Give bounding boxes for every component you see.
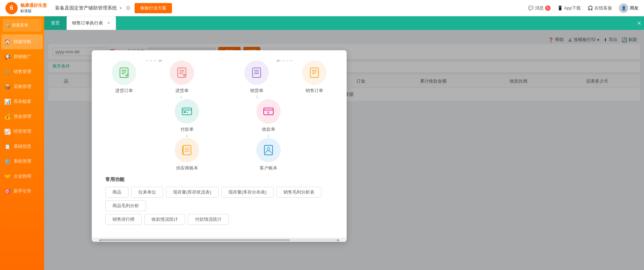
marketing-icon: 📢 (4, 53, 11, 60)
tab-home[interactable]: 首页 (44, 16, 67, 30)
flow-modal: 进货订单 进货单 (92, 50, 347, 242)
sidebar-item-quick-nav[interactable]: 🏠 快捷导航 (1, 34, 43, 49)
avatar: 👤 (619, 3, 628, 13)
cf-btn-product-profit[interactable]: 商品毛利分析 (105, 200, 146, 211)
common-functions: 常用功能 商品 往来单位 现存量(库存状况表) 现存量(库存分布表) 销售毛利分… (105, 177, 333, 225)
v-arrow-gap1 (143, 94, 162, 99)
sidebar-item-purchase[interactable]: 📦 采购管理 (1, 79, 43, 94)
sidebar-label-purchase: 采购管理 (14, 84, 31, 90)
sidebar-label-system: 系统管理 (14, 158, 31, 164)
purchase-order-circle (112, 60, 136, 85)
page-content: ❓ 帮助 🖨 按模板打印 ▾ ⬆ 导出 🔄 刷新 (44, 30, 644, 270)
header-right: 💬 消息 5 📱 App下载 🎧 在线客服 👤 用友 (528, 3, 639, 13)
sidebar-label-enterprise: 企业协同 (14, 173, 31, 179)
sidebar-label-quick-nav: 快捷导航 (14, 39, 31, 45)
sidebar-item-basic-info[interactable]: 📋 基础信息 (1, 139, 43, 154)
sales-icon: 🛒 (4, 68, 11, 75)
online-service-item[interactable]: 🎧 在线客服 (588, 5, 612, 11)
main-layout: 🔍 搜索菜单 🏠 快捷导航 📢 营销推广 🛒 销售管理 📦 采购管理 📊 库存核… (0, 16, 644, 270)
scrollbar-thumb[interactable] (101, 239, 290, 241)
sale-order-circle (302, 60, 327, 85)
sale-bill-label: 销货单 (250, 88, 263, 94)
sidebar-label-guide: 新手引导 (14, 188, 31, 194)
sidebar-item-enterprise[interactable]: 🤝 企业协同 (1, 169, 43, 184)
brand-edition: 标准版 (20, 8, 47, 13)
message-item[interactable]: 💬 消息 5 (528, 5, 551, 11)
cf-btn-sales-rank[interactable]: 销售排行榜 (105, 214, 142, 225)
common-functions-title: 常用功能 (105, 177, 333, 183)
flow-node-sale-bill[interactable]: 销货单 (238, 60, 275, 94)
v-arrow-purchase-bill: ↓ (162, 94, 201, 99)
logo-icon: 6 (5, 2, 18, 14)
sidebar-item-inventory[interactable]: 📊 库存核算 (1, 94, 43, 109)
finance-icon: 💰 (4, 113, 11, 120)
cf-btn-stock-dist[interactable]: 现存量(库存分布表) (221, 187, 274, 198)
scroll-right-icon[interactable]: ▶ (337, 238, 340, 242)
cf-btn-products[interactable]: 商品 (105, 187, 128, 198)
purchase-bill-label: 进货单 (175, 88, 189, 94)
online-service-label: 在线客服 (594, 5, 612, 11)
flow-row-1: 进货订单 进货单 (105, 60, 333, 94)
user-area[interactable]: 👤 用友 (619, 3, 639, 13)
supplier-ledger-circle (175, 138, 199, 162)
system-icon: ⚙️ (4, 158, 11, 165)
svg-rect-0 (120, 68, 128, 77)
scroll-left-icon[interactable]: ◀ (99, 238, 101, 242)
sidebar: 🔍 搜索菜单 🏠 快捷导航 📢 营销推广 🛒 销售管理 📦 采购管理 📊 库存核… (0, 16, 44, 270)
v2-spacer1 (105, 132, 167, 138)
content-area: 首页 销售订单执行表 ✕ ✕ ❓ 帮助 🖨 按模板打印 ▾ (44, 16, 644, 270)
trial-button[interactable]: 体验行业方案 (135, 3, 172, 13)
flow-node-payment[interactable]: ¥ 付款单 (167, 99, 207, 132)
tab-bar-close-icon[interactable]: ✕ (637, 20, 641, 26)
v-arrow-sale-bill: ↓ (238, 94, 276, 99)
flow-v-arrows-row: ↓ ↓ (105, 94, 333, 99)
settings-icon[interactable]: ⚙ (126, 5, 130, 11)
arrow-purchase-order-to-bill (143, 60, 163, 61)
sidebar-item-guide[interactable]: 🎯 新手引导 (1, 184, 43, 199)
cf-btn-payment-stats[interactable]: 付款情况统计 (188, 214, 229, 225)
customer-ledger-label: 客户账本 (260, 165, 277, 171)
modal-overlay: 进货订单 进货单 (44, 30, 644, 270)
receipt-circle: ¥ (256, 99, 281, 124)
svg-point-31 (267, 147, 270, 150)
operation-icon: 📈 (4, 128, 11, 135)
cf-btn-receipt-stats[interactable]: 收款情况统计 (144, 214, 185, 225)
arrow-sale-order-to-bill (275, 60, 296, 61)
message-icon: 💬 (528, 5, 534, 11)
flow-node-customer-ledger[interactable]: 客户账本 (248, 138, 289, 171)
search-menu[interactable]: 🔍 搜索菜单 (3, 19, 41, 32)
logo-area: 6 畅康通好生意 标准版 (5, 2, 50, 14)
headset-icon: 🎧 (588, 5, 593, 11)
sidebar-item-finance[interactable]: 💰 资金管理 (1, 109, 43, 124)
system-title-area: 装备及固定资产辅助管理系统 ▾ ⚙ (50, 5, 130, 11)
tab-sales-order-label: 销售订单执行表 (72, 20, 103, 26)
dropdown-arrow-icon[interactable]: ▾ (120, 6, 122, 11)
system-title: 装备及固定资产辅助管理系统 (55, 5, 117, 11)
message-badge: 5 (545, 5, 551, 11)
scrollbar-track (101, 239, 337, 241)
tab-close-icon[interactable]: ✕ (107, 21, 110, 25)
modal-scrollbar: ◀ ▶ (92, 238, 347, 242)
sidebar-item-sales[interactable]: 🛒 销售管理 (1, 64, 43, 79)
sidebar-label-finance: 资金管理 (14, 113, 31, 120)
cf-btn-stock-status[interactable]: 现存量(库存状况表) (166, 187, 219, 198)
flow-node-purchase-order[interactable]: 进货订单 (105, 60, 143, 94)
purchase-icon: 📦 (4, 83, 11, 90)
sidebar-item-marketing[interactable]: 📢 营销推广 (1, 49, 43, 64)
flow-node-supplier-ledger[interactable]: 供应商账本 (167, 138, 207, 171)
sidebar-label-sales: 销售管理 (14, 69, 31, 75)
flow-node-sale-order[interactable]: 销售订单 (296, 60, 333, 94)
app-download-item[interactable]: 📱 App下载 (557, 5, 581, 11)
flow-node-purchase-bill[interactable]: 进货单 (163, 60, 201, 94)
tab-sales-order[interactable]: 销售订单执行表 ✕ (67, 16, 116, 30)
cf-btn-sales-profit[interactable]: 销售毛利分析表 (276, 187, 321, 198)
sidebar-label-inventory: 库存核算 (14, 98, 31, 105)
sidebar-item-operation[interactable]: 📈 经营管理 (1, 124, 43, 139)
payment-circle: ¥ (175, 99, 199, 124)
inventory-icon: 📊 (4, 98, 11, 105)
cf-btn-contacts[interactable]: 往来单位 (131, 187, 163, 198)
svg-rect-14 (310, 68, 318, 77)
flow-node-receipt[interactable]: ¥ 收款单 (248, 99, 289, 132)
sidebar-item-system[interactable]: ⚙️ 系统管理 (1, 154, 43, 169)
logo-text: 畅康通好生意 标准版 (20, 3, 47, 13)
